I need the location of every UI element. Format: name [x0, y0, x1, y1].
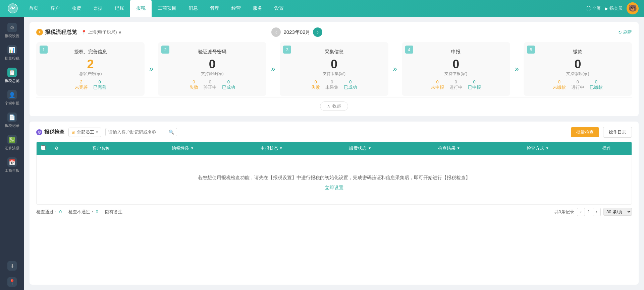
setup-link[interactable]: 立即设置: [325, 185, 343, 190]
fail-count[interactable]: 0: [96, 209, 98, 214]
check-footer: 检查通过： 0 检查不通过： 0 囧有备注 共0条记录 ‹ 1 › 30 条/页…: [36, 205, 632, 216]
month-nav: ‹ 2023年02月 ›: [271, 27, 322, 37]
location-tag[interactable]: 📍 上海(电子税局) ∨: [81, 29, 122, 35]
select-all-checkbox[interactable]: [41, 145, 46, 150]
steps-row: 1 授权、完善信息 2 总客户数(家) 2 未完善 0 已完善: [36, 42, 632, 96]
prev-month-btn[interactable]: ‹: [271, 27, 281, 37]
step-4-stats: 0 未申报 0 进行中 0 已申报: [407, 79, 505, 90]
filter-icon: ▼: [545, 146, 549, 150]
nav-manage[interactable]: 管理: [204, 0, 225, 17]
annual-report-icon: 📅: [7, 157, 17, 167]
sidebar-item-settlement[interactable]: 💹 汇算清缴: [0, 132, 24, 154]
table-empty-row: 若您想使用报税检查功能，请先在【报税设置】中进行报税的初始化设置，完成密码验证和…: [37, 155, 632, 204]
arrow-icon: »: [149, 65, 153, 73]
step-3-stat-1: 0 未采集: [325, 79, 338, 90]
table-header: ⚙ 客户名称 纳税性质 ▼ 申报状态 ▼ 缴费状态 ▼ 检查结果 ▼ 检查方式 …: [37, 142, 632, 155]
step-1-num: 1: [40, 46, 48, 54]
settings-col[interactable]: ⚙: [50, 142, 63, 155]
personal-tax-icon: 👤: [7, 90, 17, 99]
overview-title: + 报税流程总览: [36, 29, 77, 36]
collapse-btn[interactable]: ∧ 收起: [320, 101, 348, 111]
step-5-title: 缴款: [529, 49, 627, 55]
search-input[interactable]: [108, 130, 169, 135]
arrow-4-5: »: [510, 42, 524, 96]
avatar[interactable]: 🐻: [627, 2, 639, 14]
nav-fee[interactable]: 收费: [66, 0, 87, 17]
nav-tax[interactable]: 报税: [130, 0, 152, 17]
step-3-count: 0: [285, 58, 383, 71]
top-navigation: 首页 客户 收费 票据 记账 报税 工商项目 消息 管理 经营 服务 设置 ⛶ …: [0, 0, 644, 17]
per-page-select[interactable]: 30 条/页50 条/页100 条/页: [603, 208, 632, 216]
nav-customer[interactable]: 客户: [44, 0, 66, 17]
employee-filter[interactable]: ⊞ 全部员工 ∨: [68, 128, 101, 137]
step-3-card: 3 采集信息 0 支持采集(家) 0 失败 0 未采集: [280, 42, 388, 96]
collapse-section: ∧ 收起: [36, 97, 632, 111]
pass-count[interactable]: 0: [59, 209, 62, 214]
location-icon: 📍: [81, 30, 87, 35]
first-page-btn[interactable]: ‹: [577, 208, 585, 216]
sidebar-item-personal-tax[interactable]: 👤 个税申报: [0, 87, 24, 109]
check-title: ◎ 报税检查: [36, 129, 64, 135]
tax-overview-icon: 📋: [7, 68, 17, 77]
refresh-icon: ↻: [618, 30, 622, 35]
pass-stat: 检查通过： 0: [36, 209, 62, 215]
sidebar-item-tax-settings[interactable]: ⚙ 报税设置: [0, 19, 24, 42]
nav-business[interactable]: 工商项目: [152, 0, 182, 17]
step-4-title: 申报: [407, 49, 505, 55]
note-stat: 囧有备注: [105, 209, 122, 215]
next-page-btn[interactable]: ›: [593, 208, 601, 216]
step-1-stat-0: 2 未完善: [75, 79, 88, 90]
sidebar-item-tax-records[interactable]: 📄 报税记录: [0, 109, 24, 132]
check-title-icon: ◎: [36, 129, 42, 135]
sidebar-item-tax-overview[interactable]: 📋 报税总览: [0, 64, 24, 87]
table-empty-cell: 若您想使用报税检查功能，请先在【报税设置】中进行报税的初始化设置，完成密码验证和…: [37, 155, 632, 204]
step-5-stat-2: 0 已缴款: [590, 79, 603, 90]
col-check-result[interactable]: 检查结果 ▼: [405, 142, 494, 155]
arrow-icon: »: [271, 65, 275, 73]
sidebar-download[interactable]: ⬇: [0, 258, 24, 274]
step-1-stats: 2 未完善 0 已完善: [42, 79, 139, 90]
download-icon: ⬇: [7, 261, 17, 271]
check-card: ◎ 报税检查 ⊞ 全部员工 ∨ 🔍 批量检查 操作日志: [30, 122, 639, 285]
filter-icon: ▼: [191, 146, 194, 150]
step-5-num: 5: [527, 46, 535, 54]
step-1-title: 授权、完善信息: [42, 49, 139, 55]
col-pay-status[interactable]: 缴费状态 ▼: [316, 142, 405, 155]
step-5-stat-0: 0 未缴款: [553, 79, 566, 90]
nav-message[interactable]: 消息: [182, 0, 204, 17]
arrow-icon: »: [393, 65, 397, 73]
arrow-3-4: »: [388, 42, 402, 96]
batch-check-btn[interactable]: 批量检查: [571, 127, 599, 137]
sidebar-item-batch-tax[interactable]: 📊 批量报税: [0, 42, 24, 64]
nav-settings[interactable]: 设置: [268, 0, 290, 17]
search-icon[interactable]: 🔍: [169, 130, 174, 135]
col-tax-nature[interactable]: 纳税性质 ▼: [139, 142, 227, 155]
nav-operation[interactable]: 经营: [225, 0, 247, 17]
sidebar-item-annual-report[interactable]: 📅 工商年报: [0, 154, 24, 176]
step-4-stat-0: 0 未申报: [431, 79, 444, 90]
step-2-num: 2: [161, 46, 169, 54]
nav-service[interactable]: 服务: [247, 0, 268, 17]
nav-home[interactable]: 首页: [23, 0, 44, 17]
refresh-btn[interactable]: ↻ 刷新: [618, 29, 632, 35]
select-all-col[interactable]: [37, 142, 50, 155]
settlement-icon: 💹: [7, 135, 17, 144]
check-table-wrapper[interactable]: ⚙ 客户名称 纳税性质 ▼ 申报状态 ▼ 缴费状态 ▼ 检查结果 ▼ 检查方式 …: [36, 142, 632, 205]
step-3-stat-0: 0 失败: [311, 79, 320, 90]
step-2-stat-0: 0 失败: [190, 79, 198, 90]
nav-invoice[interactable]: 票据: [87, 0, 109, 17]
nav-items: 首页 客户 收费 票据 记账 报税 工商项目 消息 管理 经营 服务 设置: [23, 0, 586, 17]
arrow-1-2: »: [145, 42, 158, 96]
step-3-stat-2: 0 已成功: [344, 79, 357, 90]
next-month-btn[interactable]: ›: [313, 27, 322, 37]
nav-accounting[interactable]: 记账: [109, 0, 130, 17]
col-declare-status[interactable]: 申报状态 ▼: [227, 142, 316, 155]
sidebar-search[interactable]: 📍: [0, 274, 24, 290]
chevron-down-icon: ∨: [96, 130, 98, 134]
fullscreen-btn[interactable]: ⛶ 全屏: [586, 5, 601, 11]
current-page: 1: [588, 209, 590, 214]
col-check-method[interactable]: 检查方式 ▼: [493, 142, 582, 155]
operation-log-btn[interactable]: 操作日志: [603, 127, 632, 138]
step-3-num: 3: [283, 46, 291, 54]
member-btn[interactable]: ▶ 畅会员: [605, 5, 623, 11]
